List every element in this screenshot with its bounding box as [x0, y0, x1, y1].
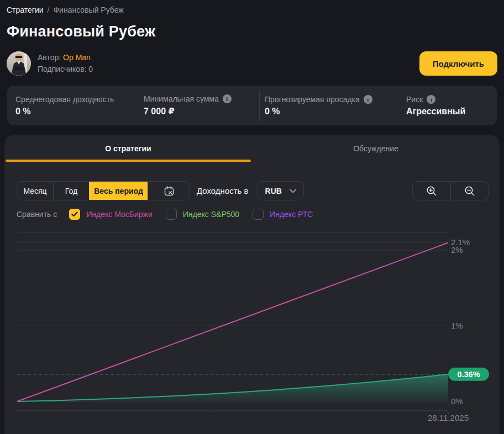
breadcrumb-strategies-link[interactable]: Стратегии: [7, 6, 44, 14]
info-icon[interactable]: i: [223, 94, 232, 103]
author-row: Автор: Op Man Подписчиков: 0 Подключить: [0, 40, 504, 76]
strategy-page: Стратегии / Финансовый Рубеж Финансовый …: [0, 0, 504, 434]
author-line: Автор: Op Man: [38, 52, 93, 63]
page-title: Финансовый Рубеж: [0, 14, 504, 40]
stat-label: Прогнозируемая просадка: [265, 95, 360, 104]
author-info: Автор: Op Man Подписчиков: 0: [38, 52, 93, 75]
calendar-percent-icon: [163, 185, 175, 197]
compare-option-sp500[interactable]: Индекс S&P500: [166, 209, 239, 220]
author-label: Автор:: [38, 53, 61, 62]
currency-value: RUB: [265, 187, 282, 195]
tab-bar: О стратегии Обсуждение: [4, 135, 500, 162]
author-avatar[interactable]: [7, 51, 31, 76]
zoom-out-button[interactable]: [450, 182, 488, 200]
zoom-segmented-control: [412, 181, 489, 200]
compare-label: Сравнить с: [17, 210, 57, 219]
svg-text:2%: 2%: [451, 245, 463, 255]
compare-row: Сравнить с Индекс МосБиржи Индекс S&P500…: [17, 209, 489, 220]
info-icon[interactable]: i: [364, 95, 372, 104]
strategy-card: О стратегии Обсуждение Месяц Год Весь пе…: [4, 135, 500, 434]
currency-select[interactable]: RUB: [258, 181, 304, 200]
currency-label: Доходность в: [197, 186, 249, 195]
checkbox-unchecked-icon[interactable]: [253, 209, 264, 220]
subscribers-label: Подписчиков:: [38, 65, 86, 73]
compare-option-label: Индекс S&P500: [183, 210, 239, 219]
breadcrumb-current: Финансовый Рубеж: [53, 6, 123, 14]
checkbox-unchecked-icon[interactable]: [166, 209, 177, 220]
tab-about-strategy[interactable]: О стратегии: [4, 135, 252, 162]
stat-label: Среднегодовая доходность: [15, 95, 114, 104]
period-all-button[interactable]: Весь период: [89, 182, 148, 200]
compare-option-label: Индекс РТС: [270, 210, 313, 219]
svg-text:28.11.2025: 28.11.2025: [428, 413, 469, 422]
stat-value: 7 000 ₽: [144, 106, 259, 117]
svg-text:0.36%: 0.36%: [457, 370, 480, 379]
stat-value: 0 %: [15, 107, 144, 117]
chart-controls-row: Месяц Год Весь период Доходность в RUB: [17, 181, 489, 200]
tab-discussion[interactable]: Обсуждение: [252, 135, 500, 162]
stat-annual-return: Среднегодовая доходность 0 %: [15, 95, 144, 117]
stats-bar: Среднегодовая доходность 0 % Минимальная…: [7, 86, 497, 125]
compare-option-rts[interactable]: Индекс РТС: [253, 209, 313, 220]
period-custom-calendar-button[interactable]: [148, 182, 190, 200]
chevron-down-icon: [290, 189, 296, 193]
stat-min-sum: Минимальная сумма i 7 000 ₽: [144, 94, 259, 117]
stat-label: Риск: [406, 95, 423, 104]
period-month-button[interactable]: Месяц: [17, 182, 53, 200]
subscribers-count: 0: [88, 65, 93, 73]
stat-drawdown: Прогнозируемая просадка i 0 %: [265, 95, 406, 117]
info-icon[interactable]: i: [427, 95, 435, 104]
checkmark-icon: [71, 211, 78, 217]
compare-option-label: Индекс МосБиржи: [86, 210, 153, 219]
stat-risk: Риск i Агрессивный: [406, 95, 489, 117]
avatar-person-icon: [7, 51, 31, 76]
zoom-in-button[interactable]: [413, 182, 450, 200]
breadcrumb-separator: /: [48, 6, 50, 14]
period-segmented-control: Месяц Год Весь период: [17, 181, 190, 200]
connect-button[interactable]: Подключить: [419, 51, 497, 76]
checkbox-checked-icon[interactable]: [69, 209, 80, 220]
author-name-link[interactable]: Op Man: [63, 53, 91, 62]
magnifier-plus-icon: [426, 185, 438, 197]
stat-label: Минимальная сумма: [144, 94, 219, 103]
stats-divider: [259, 90, 260, 121]
svg-text:0%: 0%: [451, 396, 463, 406]
magnifier-minus-icon: [464, 185, 476, 197]
period-year-button[interactable]: Год: [53, 182, 89, 200]
stat-value: 0 %: [265, 107, 406, 117]
compare-option-moex[interactable]: Индекс МосБиржи: [69, 209, 153, 220]
svg-text:1%: 1%: [451, 321, 463, 330]
breadcrumb: Стратегии / Финансовый Рубеж: [0, 0, 504, 14]
performance-chart[interactable]: 2.1%2%1%0%28.11.20250.36%: [4, 229, 497, 431]
stat-value: Агрессивный: [406, 107, 489, 117]
subscribers-line: Подписчиков: 0: [38, 63, 93, 75]
